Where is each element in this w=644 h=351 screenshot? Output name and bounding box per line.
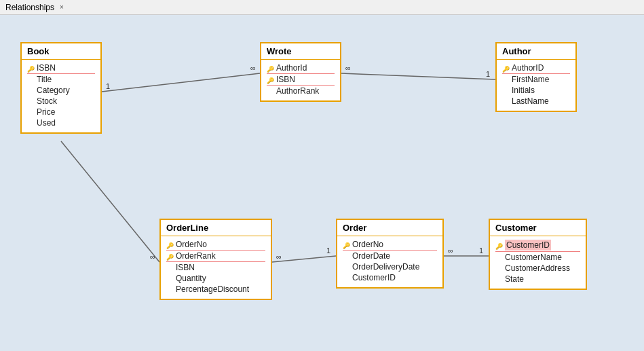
table-row: Quantity xyxy=(166,273,265,284)
field-name: CustomerName xyxy=(505,253,562,262)
table-row: Initials xyxy=(502,85,570,96)
svg-text:∞: ∞ xyxy=(150,253,155,261)
svg-text:∞: ∞ xyxy=(250,64,256,72)
table-row: ISBN xyxy=(27,62,95,74)
table-row: CustomerID xyxy=(343,272,437,283)
table-wrote-header: Wrote xyxy=(261,43,340,60)
pk-icon xyxy=(166,240,173,248)
table-orderLine-header: OrderLine xyxy=(161,220,271,236)
table-row: OrderRank xyxy=(166,251,265,262)
table-order-header: Order xyxy=(337,220,442,236)
table-row: CustomerID xyxy=(495,239,580,252)
table-row: CustomerName xyxy=(495,252,580,263)
table-row: OrderDate xyxy=(343,251,437,261)
pk-icon xyxy=(267,75,273,84)
table-row: OrderDeliveryDate xyxy=(343,261,437,272)
svg-text:1: 1 xyxy=(479,246,483,255)
field-name: Stock xyxy=(37,96,57,106)
field-name: State xyxy=(505,274,524,284)
table-customer: CustomerCustomerIDCustomerNameCustomerAd… xyxy=(489,219,587,290)
svg-line-0 xyxy=(102,73,260,92)
table-author: AuthorAuthorIDFirstNameInitialsLastName xyxy=(495,42,577,112)
canvas: 1∞∞1∞∞1∞1 BookISBNTitleCategoryStockPric… xyxy=(0,15,644,351)
table-row: State xyxy=(495,274,580,284)
table-row: AuthorRank xyxy=(267,86,335,96)
field-name: OrderRank xyxy=(176,251,216,261)
svg-text:∞: ∞ xyxy=(448,246,453,255)
table-orderLine-body: OrderNoOrderRankISBNQuantityPercentageDi… xyxy=(161,236,271,299)
svg-text:1: 1 xyxy=(486,70,490,78)
table-orderLine: OrderLineOrderNoOrderRankISBNQuantityPer… xyxy=(159,219,272,300)
field-name: PercentageDiscount xyxy=(176,284,249,294)
field-name: Used xyxy=(37,118,56,128)
svg-text:1: 1 xyxy=(326,246,330,255)
table-wrote: WroteAuthorIdISBNAuthorRank xyxy=(260,42,341,102)
svg-text:1: 1 xyxy=(106,82,110,90)
title-bar: Relationships × xyxy=(0,0,644,15)
field-name: CustomerAddress xyxy=(505,263,570,273)
table-row: AuthorID xyxy=(502,62,570,74)
field-name: Price xyxy=(37,107,55,117)
svg-line-3 xyxy=(341,73,495,79)
table-author-body: AuthorIDFirstNameInitialsLastName xyxy=(497,60,575,111)
field-name: FirstName xyxy=(512,75,549,84)
table-author-header: Author xyxy=(497,43,575,60)
field-name: AuthorID xyxy=(512,63,544,73)
table-book-body: ISBNTitleCategoryStockPriceUsed xyxy=(22,60,100,132)
field-name: OrderDeliveryDate xyxy=(352,262,419,272)
table-row: FirstName xyxy=(502,74,570,85)
table-row: Stock xyxy=(27,96,95,107)
pk-icon xyxy=(343,240,349,248)
table-row: Category xyxy=(27,85,95,96)
table-book: BookISBNTitleCategoryStockPriceUsed xyxy=(20,42,102,134)
svg-text:∞: ∞ xyxy=(276,253,282,261)
field-name: LastName xyxy=(512,96,549,106)
pk-icon xyxy=(495,241,502,249)
field-name: ISBN xyxy=(37,63,56,73)
table-row: OrderNo xyxy=(166,239,265,251)
field-name: OrderDate xyxy=(352,251,390,261)
pk-icon xyxy=(166,252,173,260)
table-customer-body: CustomerIDCustomerNameCustomerAddressSta… xyxy=(490,236,586,289)
table-row: PercentageDiscount xyxy=(166,284,265,295)
field-name: OrderNo xyxy=(352,240,383,249)
field-name: Category xyxy=(37,86,70,95)
svg-line-8 xyxy=(272,256,336,262)
field-name: AuthorRank xyxy=(276,86,319,96)
table-row: OrderNo xyxy=(343,239,437,251)
field-name: OrderNo xyxy=(176,240,207,249)
pk-icon xyxy=(502,64,509,72)
svg-line-6 xyxy=(61,141,159,262)
table-order-body: OrderNoOrderDateOrderDeliveryDateCustome… xyxy=(337,236,442,287)
svg-text:∞: ∞ xyxy=(345,64,351,72)
table-row: Price xyxy=(27,107,95,117)
field-name: CustomerID xyxy=(352,273,396,282)
field-name: CustomerID xyxy=(505,240,551,251)
table-row: AuthorId xyxy=(267,62,335,74)
field-name: Quantity xyxy=(176,274,206,283)
table-row: Title xyxy=(27,74,95,85)
table-row: ISBN xyxy=(166,262,265,273)
title-bar-label: Relationships xyxy=(5,3,54,12)
field-name: AuthorId xyxy=(276,63,307,73)
table-wrote-body: AuthorIdISBNAuthorRank xyxy=(261,60,340,100)
field-name: ISBN xyxy=(276,75,295,84)
table-customer-header: Customer xyxy=(490,220,586,236)
field-name: ISBN xyxy=(176,263,195,272)
pk-icon xyxy=(27,64,34,72)
pk-icon xyxy=(267,64,273,72)
field-name: Initials xyxy=(512,86,535,95)
table-row: ISBN xyxy=(267,74,335,86)
table-row: CustomerAddress xyxy=(495,263,580,274)
field-name: Title xyxy=(37,75,52,84)
close-tab-icon[interactable]: × xyxy=(60,3,64,11)
table-row: LastName xyxy=(502,96,570,107)
table-row: Used xyxy=(27,117,95,128)
table-book-header: Book xyxy=(22,43,100,60)
table-order: OrderOrderNoOrderDateOrderDeliveryDateCu… xyxy=(336,219,444,289)
